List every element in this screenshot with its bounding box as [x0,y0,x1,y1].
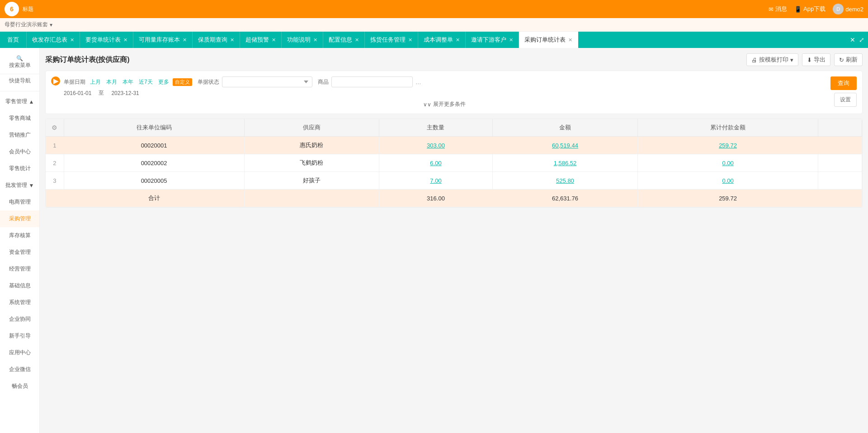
tab-yaohuo[interactable]: 要货单统计表 ✕ [80,32,133,48]
row-qty-3[interactable]: 7.00 [379,172,493,190]
tab-chengben[interactable]: 成本调整单 ✕ [418,32,466,48]
sidebar-item-newbie[interactable]: 新手引导 [0,328,39,344]
message-btn[interactable]: ✉ 消息 [769,5,787,13]
sidebar-ecommerce-label: 电商管理 [9,199,31,205]
app-download-btn[interactable]: 📱 App下载 [794,5,826,13]
filter-toggle-btn[interactable]: ▶ [51,76,60,86]
tab-jianhuo[interactable]: 拣货任务管理 ✕ [365,32,418,48]
refresh-icon: ↻ [839,57,844,63]
tab-baozhi-close[interactable]: ✕ [230,37,234,43]
print-button[interactable]: 🖨 按模板打印 ▾ [746,53,798,66]
sidebar-item-member[interactable]: 会员中心 [0,143,39,160]
tab-baozhi[interactable]: 保质期查询 ✕ [193,32,240,48]
row-amount-1[interactable]: 60,519.44 [492,137,637,154]
refresh-label: 刷新 [846,56,858,64]
sidebar-item-ecommerce[interactable]: 电商管理 [0,194,39,210]
tab-shoufacun-close[interactable]: ✕ [70,37,74,43]
filter-goods-input[interactable] [331,76,413,87]
row-qty-2[interactable]: 6.00 [379,154,493,172]
table-row[interactable]: 1 00020001 惠氏奶粉 303.00 60,519.44 259.72 [46,137,862,154]
settings-button[interactable]: 设置 [834,93,857,107]
sidebar-item-purchase[interactable]: 采购管理 [0,210,39,227]
tab-peizhi-close[interactable]: ✕ [355,37,359,43]
nav-close-icon[interactable]: ✕ [850,36,855,43]
sidebar-shortcut-label: 快捷导航 [3,77,37,85]
tab-keyongliang-close[interactable]: ✕ [183,37,187,43]
sidebar-item-wholesale[interactable]: 批发管理 ▼ [0,177,39,194]
tab-keyongliang[interactable]: 可用量库存账本 ✕ [133,32,193,48]
workspace-select[interactable]: 母婴行业演示账套 ▾ [5,21,52,29]
sidebar-wholesale-arrow: ▼ [29,182,34,189]
sidebar-item-operation[interactable]: 经营管理 [0,261,39,277]
nav-expand-icon[interactable]: ⤢ [859,36,864,43]
table-row[interactable]: 2 00020002 飞鹤奶粉 6.00 1,586.52 0.00 [46,154,862,172]
export-button[interactable]: ⬇ 导出 [802,53,830,66]
tab-gongneng-close[interactable]: ✕ [313,37,317,43]
sidebar-item-member2[interactable]: 畅会员 [0,378,39,395]
sidebar-search[interactable]: 🔍 搜索菜单 [0,52,39,74]
row-amount-3[interactable]: 525.80 [492,172,637,190]
sidebar-retail-label: 零售管理 [5,98,27,105]
table-row[interactable]: 3 00020005 好孩子 7.00 525.80 0.00 [46,172,862,190]
tab-chaochuyujing[interactable]: 超储预警 ✕ [240,32,282,48]
row-qty-1[interactable]: 303.00 [379,137,493,154]
tab-caigou-label: 采购订单统计表 [524,36,566,44]
expand-more-label: 展开更多条件 [433,100,466,108]
row-paid-3[interactable]: 0.00 [637,172,818,190]
sidebar-item-wechat[interactable]: 企业微信 [0,361,39,378]
tab-jianhuo-close[interactable]: ✕ [408,37,412,43]
tab-yaoqing-close[interactable]: ✕ [509,37,513,43]
shortcut-this-year[interactable]: 本年 [121,77,135,87]
row-paid-1[interactable]: 259.72 [637,137,818,154]
sidebar-item-retail-stat[interactable]: 零售统计 [0,160,39,177]
th-settings[interactable]: ⚙ [46,119,64,137]
shortcut-7days[interactable]: 近7天 [137,77,155,87]
sidebar-item-marketing[interactable]: 营销推广 [0,127,39,143]
tab-yaoqing-label: 邀请下游客户 [471,36,506,44]
sidebar-item-enterprise[interactable]: 企业协同 [0,311,39,328]
tab-peizhi[interactable]: 配置信息 ✕ [323,32,365,48]
sidebar-item-retail-mgmt[interactable]: 零售管理 ▲ [0,93,39,110]
top-bar-right: ✉ 消息 📱 App下载 D demo2 [769,4,863,14]
main-layout: 🔍 搜索菜单 快捷导航 零售管理 ▲ 零售商城 营销推广 会员中心 零售统计 批… [0,48,868,433]
top-bar-left: 6 标题 [5,2,33,16]
sidebar-inventory-label: 库存核算 [9,232,31,238]
shortcut-more[interactable]: 更多 [156,77,171,87]
sidebar-item-finance[interactable]: 资金管理 [0,244,39,261]
tab-home[interactable]: 首页 [0,32,27,48]
filter-status-select[interactable] [222,76,312,87]
refresh-button[interactable]: ↻ 刷新 [834,53,863,66]
sidebar-shortcut-nav[interactable]: 快捷导航 [0,74,39,89]
sidebar-retail-stat-label: 零售统计 [9,165,31,171]
query-button[interactable]: 查询 [830,76,857,90]
tab-shoufacun[interactable]: 收发存汇总表 ✕ [27,32,80,48]
row-paid-2[interactable]: 0.00 [637,154,818,172]
user-avatar-btn[interactable]: D demo2 [833,4,863,14]
row-amount-2[interactable]: 1,586.52 [492,154,637,172]
sidebar-item-sys-mgmt[interactable]: 系统管理 [0,294,39,311]
sidebar-item-basic-info[interactable]: 基础信息 [0,277,39,294]
goods-more-icon[interactable]: … [415,79,421,86]
tab-yaoqing[interactable]: 邀请下游客户 ✕ [466,32,519,48]
print-label: 按模板打印 [759,56,788,64]
sidebar-retail-mall-label: 零售商城 [9,115,31,121]
sidebar-purchase-label: 采购管理 [9,215,31,222]
tab-yaohuo-close[interactable]: ✕ [123,37,127,43]
sidebar-item-app-center[interactable]: 应用中心 [0,344,39,361]
shortcut-last-month[interactable]: 上月 [88,77,103,87]
tab-chengben-close[interactable]: ✕ [456,37,460,43]
tab-gongneng[interactable]: 功能说明 ✕ [282,32,323,48]
tab-caigou-active[interactable]: 采购订单统计表 ✕ [519,32,578,48]
print-icon: 🖨 [751,57,757,63]
shortcut-this-month[interactable]: 本月 [104,77,119,87]
sidebar-basic-info-label: 基础信息 [9,282,31,289]
expand-more-btn[interactable]: ∨∨ 展开更多条件 [64,100,825,108]
sidebar-item-retail-mall[interactable]: 零售商城 [0,110,39,127]
tab-chaochuyujing-close[interactable]: ✕ [272,37,276,43]
sidebar-item-inventory[interactable]: 库存核算 [0,227,39,244]
tab-caigou-close[interactable]: ✕ [568,37,572,43]
th-extra [818,119,862,137]
custom-badge[interactable]: 自定义 [173,78,192,86]
filter-area: ▶ 单据日期 上月 本月 本年 近7天 更多 自定义 [45,71,863,114]
column-settings-icon[interactable]: ⚙ [52,124,57,131]
